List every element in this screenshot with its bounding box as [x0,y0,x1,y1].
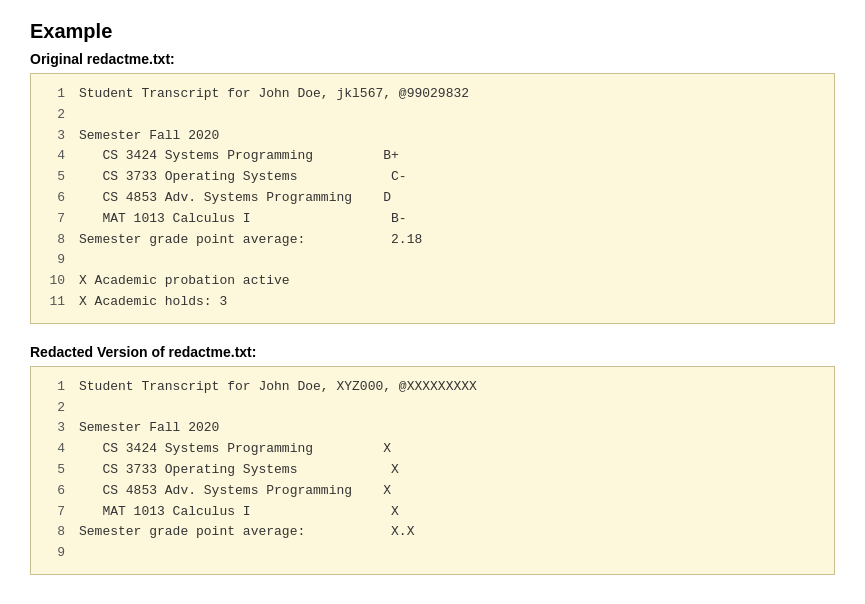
table-row: 8Semester grade point average: 2.18 [43,230,822,251]
line-content: X Academic probation active [79,271,290,292]
line-content: CS 3424 Systems Programming B+ [79,146,399,167]
line-content: CS 4853 Adv. Systems Programming X [79,481,391,502]
table-row: 11X Academic holds: 3 [43,292,822,313]
line-number: 3 [43,126,65,147]
line-content: CS 3733 Operating Systems C- [79,167,407,188]
line-number: 9 [43,250,65,271]
line-content: Student Transcript for John Doe, jkl567,… [79,84,469,105]
table-row: 2 [43,398,822,419]
line-number: 11 [43,292,65,313]
line-number: 2 [43,398,65,419]
table-row: 6 CS 4853 Adv. Systems Programming X [43,481,822,502]
line-number: 8 [43,230,65,251]
table-row: 3Semester Fall 2020 [43,126,822,147]
line-number: 1 [43,84,65,105]
line-number: 10 [43,271,65,292]
line-content: Semester Fall 2020 [79,126,219,147]
line-number: 7 [43,209,65,230]
line-content: MAT 1013 Calculus I X [79,502,399,523]
line-content: X Academic holds: 3 [79,292,227,313]
table-row: 9 [43,250,822,271]
line-number: 5 [43,167,65,188]
table-row: 10X Academic probation active [43,271,822,292]
table-row: 9 [43,543,822,564]
table-row: 5 CS 3733 Operating Systems X [43,460,822,481]
line-content: CS 3733 Operating Systems X [79,460,399,481]
line-content: Student Transcript for John Doe, XYZ000,… [79,377,477,398]
table-row: 6 CS 4853 Adv. Systems Programming D [43,188,822,209]
table-row: 1Student Transcript for John Doe, XYZ000… [43,377,822,398]
line-number: 8 [43,522,65,543]
line-number: 4 [43,439,65,460]
line-number: 7 [43,502,65,523]
table-row: 2 [43,105,822,126]
table-row: 7 MAT 1013 Calculus I X [43,502,822,523]
table-row: 7 MAT 1013 Calculus I B- [43,209,822,230]
table-row: 3Semester Fall 2020 [43,418,822,439]
line-number: 5 [43,460,65,481]
line-content: Semester grade point average: X.X [79,522,414,543]
table-row: 4 CS 3424 Systems Programming X [43,439,822,460]
table-row: 5 CS 3733 Operating Systems C- [43,167,822,188]
line-number: 6 [43,188,65,209]
redacted-label: Redacted Version of redactme.txt: [30,344,835,360]
line-number: 3 [43,418,65,439]
line-number: 1 [43,377,65,398]
original-label: Original redactme.txt: [30,51,835,67]
line-number: 9 [43,543,65,564]
line-number: 6 [43,481,65,502]
line-number: 4 [43,146,65,167]
redacted-section: Redacted Version of redactme.txt: 1Stude… [30,344,835,575]
line-content: CS 3424 Systems Programming X [79,439,391,460]
line-content: CS 4853 Adv. Systems Programming D [79,188,391,209]
original-section: Original redactme.txt: 1Student Transcri… [30,51,835,324]
table-row: 4 CS 3424 Systems Programming B+ [43,146,822,167]
line-content: Semester grade point average: 2.18 [79,230,422,251]
table-row: 8Semester grade point average: X.X [43,522,822,543]
line-number: 2 [43,105,65,126]
line-content: MAT 1013 Calculus I B- [79,209,407,230]
page-title: Example [30,20,835,43]
redacted-code-box: 1Student Transcript for John Doe, XYZ000… [30,366,835,575]
line-content: Semester Fall 2020 [79,418,219,439]
table-row: 1Student Transcript for John Doe, jkl567… [43,84,822,105]
original-code-box: 1Student Transcript for John Doe, jkl567… [30,73,835,324]
